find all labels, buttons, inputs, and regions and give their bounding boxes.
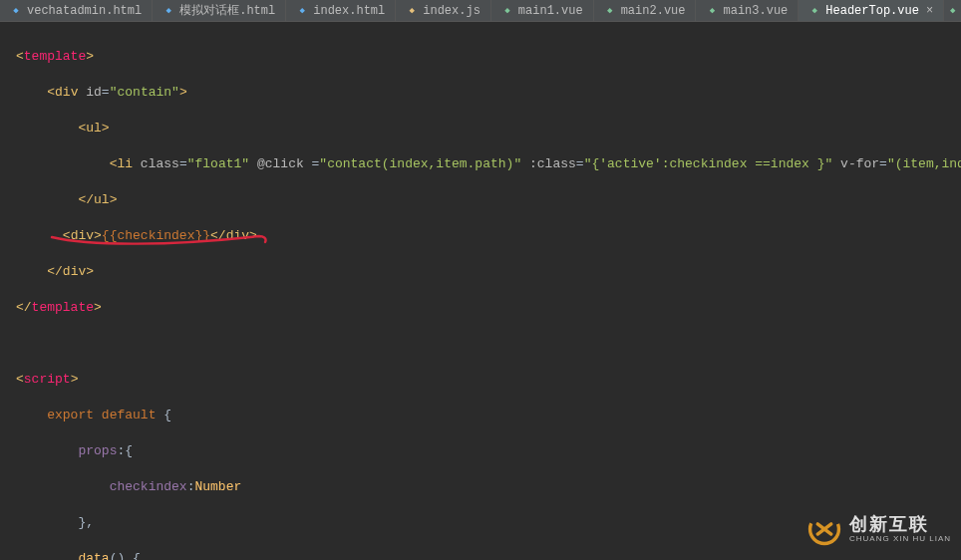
code-editor[interactable]: <template> <div id="contain"> <ul> <li c… [0,22,961,560]
file-icon: ◆ [296,5,308,17]
file-icon: ◆ [947,5,959,17]
tab-label: index.html [313,4,385,18]
file-icon: ◆ [10,5,22,17]
file-icon: ◆ [706,5,718,17]
file-icon: ◆ [162,5,174,17]
tab-label: 模拟对话框.html [179,2,275,19]
tab-headertop[interactable]: ◆HeaderTop.vue× [799,0,944,21]
tab-bar: ◆vechatadmin.html ◆模拟对话框.html ◆index.htm… [0,0,961,22]
tab-index-html[interactable]: ◆index.html [286,0,396,21]
tab-label: vechatadmin.html [27,4,142,18]
tab-main1[interactable]: ◆main1.vue [491,0,594,21]
tab-vechatadmin[interactable]: ◆vechatadmin.html [0,0,153,21]
tab-label: index.js [423,4,480,18]
tab-label: main1.vue [518,4,583,18]
tab-index-js[interactable]: ◆index.js [396,0,491,21]
tab-dialog[interactable]: ◆模拟对话框.html [153,0,286,21]
tab-label: main2.vue [621,4,686,18]
file-icon: ◆ [501,5,513,17]
close-icon[interactable]: × [926,4,933,18]
file-icon: ◆ [604,5,616,17]
file-icon: ◆ [808,5,820,17]
file-icon: ◆ [406,5,418,17]
watermark-text-en: CHUANG XIN HU LIAN [849,535,951,544]
tab-main2[interactable]: ◆main2.vue [594,0,697,21]
tab-overflow[interactable]: ◆ [944,0,961,21]
tab-label: main3.vue [723,4,788,18]
tab-label: HeaderTop.vue [825,4,919,18]
tab-main3[interactable]: ◆main3.vue [696,0,799,21]
